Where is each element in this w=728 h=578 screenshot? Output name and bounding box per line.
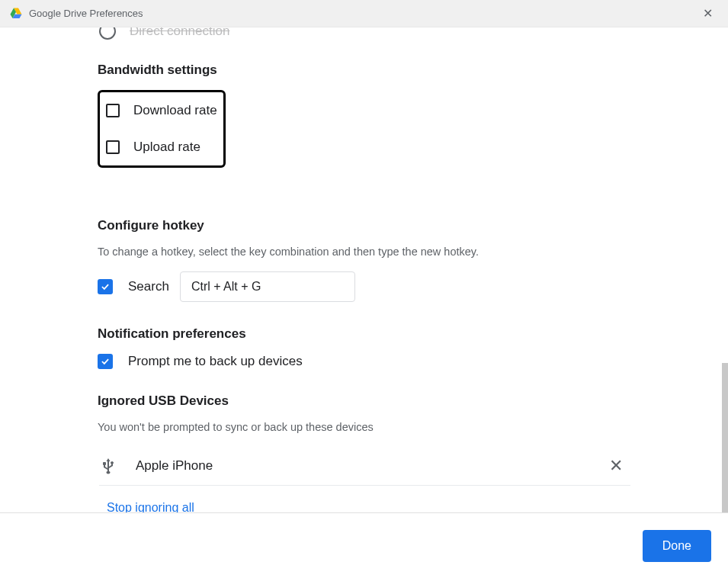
checkmark-icon	[100, 281, 111, 292]
upload-rate-label: Upload rate	[133, 140, 200, 155]
radio-label: Direct connection	[130, 27, 229, 39]
hotkey-search-row: Search Ctrl + Alt + G	[98, 271, 630, 302]
search-label: Search	[128, 279, 169, 294]
hotkey-input[interactable]: Ctrl + Alt + G	[180, 271, 355, 302]
bandwidth-heading: Bandwidth settings	[98, 63, 630, 78]
hotkey-description: To change a hotkey, select the key combi…	[98, 246, 630, 258]
direct-connection-radio[interactable]: Direct connection	[98, 27, 630, 40]
close-icon[interactable]: ✕	[697, 3, 719, 24]
bandwidth-section: Bandwidth settings Download rate Upload …	[98, 63, 630, 194]
done-button[interactable]: Done	[643, 530, 711, 562]
ignored-devices-section: Ignored USB Devices You won't be prompte…	[98, 393, 630, 512]
device-name: Apple iPhone	[136, 458, 601, 474]
ignored-description: You won't be prompted to sync or back up…	[98, 421, 630, 433]
download-rate-checkbox[interactable]: Download rate	[106, 103, 217, 118]
upload-rate-checkbox[interactable]: Upload rate	[106, 140, 217, 155]
bandwidth-highlight-box: Download rate Upload rate	[98, 90, 226, 168]
ignored-heading: Ignored USB Devices	[98, 393, 630, 409]
content-area: Direct connection Bandwidth settings Dow…	[0, 27, 728, 512]
checkbox-unchecked-icon	[106, 140, 120, 154]
window-title: Google Drive Preferences	[29, 8, 697, 19]
radio-icon	[99, 27, 116, 40]
titlebar: Google Drive Preferences ✕	[0, 0, 728, 27]
stop-ignoring-row: Stop ignoring all	[107, 501, 630, 512]
hotkey-heading: Configure hotkey	[98, 218, 630, 233]
google-drive-icon	[9, 7, 23, 21]
notification-section: Notification preferences Prompt me to ba…	[98, 326, 630, 369]
checkbox-checked-icon	[98, 354, 113, 369]
usb-icon	[99, 457, 117, 475]
checkmark-icon	[100, 356, 111, 367]
device-row: Apple iPhone ✕	[99, 447, 630, 486]
scrollbar[interactable]	[722, 363, 728, 512]
download-rate-label: Download rate	[133, 103, 217, 118]
checkbox-unchecked-icon	[106, 104, 120, 117]
stop-ignoring-link[interactable]: Stop ignoring all	[107, 501, 194, 512]
footer: Done	[0, 512, 728, 578]
remove-device-icon[interactable]: ✕	[601, 456, 630, 476]
hotkey-section: Configure hotkey To change a hotkey, sel…	[98, 218, 630, 302]
prompt-backup-label: Prompt me to back up devices	[128, 354, 303, 369]
search-checkbox[interactable]	[98, 279, 113, 294]
prompt-backup-checkbox[interactable]: Prompt me to back up devices	[98, 354, 630, 369]
notification-heading: Notification preferences	[98, 326, 630, 342]
